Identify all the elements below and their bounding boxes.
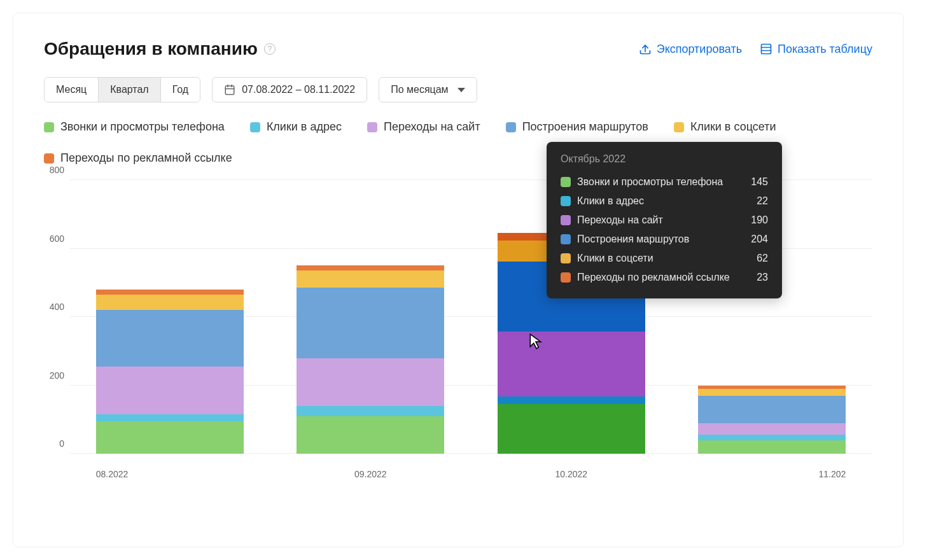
bar-11.202[interactable] [698, 386, 846, 454]
tooltip-swatch [561, 234, 571, 244]
svg-rect-4 [225, 86, 234, 95]
period-segmented: Месяц Квартал Год [44, 77, 200, 102]
svg-rect-1 [762, 45, 771, 54]
bar-seg-calls [297, 416, 444, 454]
export-icon [639, 43, 652, 55]
y-tick: 0 [59, 438, 64, 449]
bar-09.2022[interactable] [297, 265, 444, 454]
bar-seg-social [297, 270, 444, 288]
tooltip-row-label: Звонки и просмотры телефона [577, 176, 744, 188]
show-table-button[interactable]: Показать таблицу [760, 43, 872, 56]
bar-seg-calls [498, 404, 645, 454]
legend-item-adlink[interactable]: Переходы по рекламной ссылке [44, 151, 232, 165]
legend-swatch [44, 153, 54, 164]
bar-seg-calls [698, 440, 846, 454]
bar-seg-address [297, 406, 444, 416]
date-range-value: 07.08.2022 – 08.11.2022 [242, 84, 355, 95]
tooltip-swatch [561, 196, 571, 206]
x-label: 10.2022 [498, 469, 645, 479]
tooltip-row-label: Переходы по рекламной ссылке [577, 272, 750, 283]
period-month-button[interactable]: Месяц [45, 78, 99, 102]
bar-seg-site [698, 423, 846, 435]
legend-item-address[interactable]: Клики в адрес [250, 120, 342, 134]
bar-seg-routes [698, 396, 846, 423]
x-axis-labels: 08.202209.202210.202211.202 [69, 469, 872, 479]
calendar-icon [224, 84, 235, 95]
bar-seg-adlink [297, 265, 444, 270]
tooltip-title: Октябрь 2022 [561, 153, 768, 165]
tooltip-row-value: 190 [751, 214, 768, 226]
header-row: Обращения в компанию ? Экспортировать По… [44, 39, 872, 59]
period-year-button[interactable]: Год [161, 78, 200, 102]
legend-swatch [506, 122, 516, 132]
analytics-panel: Обращения в компанию ? Экспортировать По… [13, 13, 904, 547]
bar-seg-site [297, 358, 444, 406]
tooltip-rows: Звонки и просмотры телефона145Клики в ад… [561, 172, 768, 287]
granularity-dropdown[interactable]: По месяцам [379, 77, 477, 102]
bar-seg-address [698, 435, 846, 440]
bar-seg-social [96, 295, 244, 310]
y-tick: 800 [50, 165, 64, 175]
bar-seg-address [96, 414, 244, 421]
y-axis: 0200400600800 [44, 180, 69, 454]
legend-item-routes[interactable]: Построения маршрутов [506, 120, 648, 134]
y-tick: 200 [50, 370, 64, 381]
legend-swatch [250, 122, 260, 132]
tooltip-row-value: 22 [757, 195, 768, 207]
date-range-picker[interactable]: 07.08.2022 – 08.11.2022 [212, 77, 367, 102]
legend-item-social[interactable]: Клики в соцсети [674, 120, 776, 134]
legend-label: Переходы по рекламной ссылке [60, 151, 232, 165]
legend-label: Переходы на сайт [384, 120, 480, 134]
tooltip-row-label: Построения маршрутов [577, 234, 744, 245]
bar-seg-site [498, 332, 645, 396]
chart-tooltip: Октябрь 2022 Звонки и просмотры телефона… [547, 142, 782, 298]
tooltip-swatch [561, 215, 571, 225]
controls-row: Месяц Квартал Год 07.08.2022 – 08.11.202… [44, 77, 872, 102]
x-label: 08.2022 [96, 469, 244, 479]
tooltip-row-value: 145 [751, 176, 768, 188]
chevron-down-icon [458, 88, 465, 92]
title-wrap: Обращения в компанию ? [44, 39, 276, 59]
tooltip-row-site: Переходы на сайт190 [561, 211, 768, 230]
tooltip-row-label: Клики в соцсети [577, 253, 750, 264]
table-icon [760, 43, 772, 55]
show-table-label: Показать таблицу [778, 43, 872, 56]
period-quarter-button[interactable]: Квартал [99, 78, 160, 102]
bar-seg-routes [96, 310, 244, 367]
tooltip-row-value: 204 [751, 234, 768, 245]
export-label: Экспортировать [657, 43, 742, 56]
legend-label: Клики в адрес [267, 120, 342, 134]
bar-seg-site [96, 367, 244, 414]
x-label: 09.2022 [297, 469, 444, 479]
x-label: 11.202 [698, 469, 846, 479]
tooltip-swatch [561, 253, 571, 263]
legend-swatch [367, 122, 377, 132]
bar-seg-calls [96, 421, 244, 454]
y-tick: 400 [50, 302, 64, 312]
export-button[interactable]: Экспортировать [639, 43, 742, 56]
tooltip-row-calls: Звонки и просмотры телефона145 [561, 172, 768, 192]
legend-item-calls[interactable]: Звонки и просмотры телефона [44, 120, 225, 134]
bar-08.2022[interactable] [96, 290, 244, 454]
tooltip-row-adlink: Переходы по рекламной ссылке23 [561, 268, 768, 287]
legend-label: Построения маршрутов [522, 120, 648, 134]
tooltip-row-value: 62 [757, 253, 768, 264]
tooltip-row-social: Клики в соцсети62 [561, 249, 768, 268]
tooltip-row-label: Переходы на сайт [577, 214, 744, 226]
legend-label: Клики в соцсети [690, 120, 776, 134]
legend-label: Звонки и просмотры телефона [60, 120, 225, 134]
tooltip-row-value: 23 [757, 272, 768, 283]
page-title: Обращения в компанию [44, 39, 258, 59]
granularity-value: По месяцам [391, 84, 448, 95]
bar-seg-adlink [96, 290, 244, 295]
bar-seg-social [698, 389, 846, 396]
bar-seg-address [498, 396, 645, 404]
help-icon[interactable]: ? [264, 43, 276, 55]
legend-item-site[interactable]: Переходы на сайт [367, 120, 480, 134]
tooltip-row-label: Клики в адрес [577, 195, 750, 207]
header-actions: Экспортировать Показать таблицу [639, 43, 872, 56]
bar-seg-routes [297, 288, 444, 358]
chart-area: 0200400600800 08.202209.202210.202211.20… [44, 180, 872, 479]
tooltip-swatch [561, 177, 571, 187]
legend-swatch [44, 122, 54, 132]
